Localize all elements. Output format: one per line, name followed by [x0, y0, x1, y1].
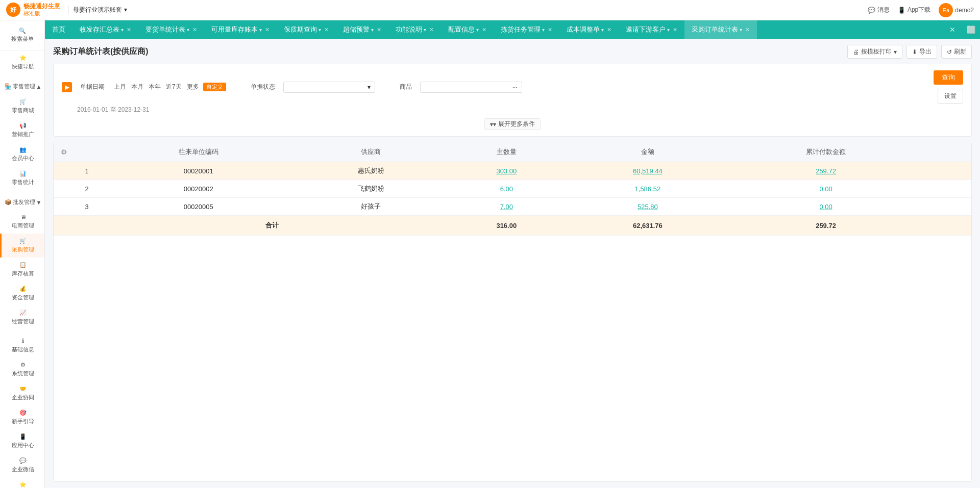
table-row[interactable]: 3 00020005 好孩子 7.00 525.80 0.00 — [54, 198, 971, 216]
nav-item-7[interactable]: 拣货任务管理 ▾ ✕ — [494, 20, 559, 39]
sidebar-item-collab[interactable]: 🤝 企业协同 — [0, 381, 44, 405]
paid-link-2[interactable]: 0.00 — [819, 185, 832, 193]
sidebar-item-retail-mall[interactable]: 🛒 零售商城 — [0, 94, 44, 118]
appcenter-label: 应用中心 — [12, 442, 34, 449]
query-btn[interactable]: 查询 — [934, 70, 963, 85]
shortcut-last-month[interactable]: 上月 — [113, 83, 127, 91]
export-btn[interactable]: ⬇ 导出 — [906, 45, 937, 59]
sidebar-item-appcenter[interactable]: 📱 应用中心 — [0, 429, 44, 453]
print-btn[interactable]: 🖨 按模板打印 ▾ — [847, 45, 902, 59]
table-row[interactable]: 1 00020001 惠氏奶粉 303.00 60,519.44 259.72 — [54, 162, 971, 180]
sidebar-item-ecommerce[interactable]: 🖥 电商管理 — [0, 210, 44, 234]
expand-conditions-btn[interactable]: ▾▾ 展开更多条件 — [484, 118, 541, 130]
shortcut-7days[interactable]: 近7天 — [165, 83, 183, 91]
nav-item-0[interactable]: 收发存汇总表 ▾ ✕ — [72, 20, 138, 39]
nav-item-8[interactable]: 成本调整单 ▾ ✕ — [559, 20, 619, 39]
nav-close-1[interactable]: ✕ — [192, 27, 197, 33]
amount-link-3[interactable]: 525.80 — [638, 203, 658, 211]
td-amount-2[interactable]: 1,586.52 — [568, 180, 727, 198]
app-download-btn[interactable]: 📱 App下载 — [898, 6, 930, 14]
nav-home[interactable]: 首页 — [45, 20, 72, 39]
nav-close-4[interactable]: ✕ — [377, 27, 381, 33]
column-settings-icon[interactable]: ⚙ — [61, 148, 67, 156]
nav-right-controls: ✕ ⬜ — [943, 20, 980, 39]
nav-close-10[interactable]: ✕ — [745, 27, 750, 33]
message-btn[interactable]: 💬 消息 — [868, 6, 890, 14]
td-settings-3 — [54, 198, 74, 216]
sidebar-item-wholesale[interactable]: 📦 批发管理 ▼ — [0, 194, 44, 210]
nav-close-8[interactable]: ✕ — [607, 27, 611, 33]
retail-mgmt-arrow-icon: ▲ — [36, 84, 42, 90]
paid-link-3[interactable]: 0.00 — [819, 203, 832, 211]
qty-link-2[interactable]: 6.00 — [500, 185, 513, 193]
sidebar-item-retail-mgmt[interactable]: 🏪 零售管理 ▲ — [0, 79, 44, 94]
nav-close-6[interactable]: ✕ — [482, 27, 486, 33]
nav-close-5[interactable]: ✕ — [429, 27, 434, 33]
td-paid-1[interactable]: 259.72 — [727, 162, 924, 180]
sidebar-item-inventory[interactable]: 📋 库存核算 — [0, 258, 44, 281]
sidebar-item-basic-info[interactable]: ℹ 基础信息 — [0, 333, 44, 357]
qty-link-3[interactable]: 7.00 — [500, 203, 513, 211]
sidebar-item-member2[interactable]: ⭐ 畅会员 — [0, 477, 44, 488]
refresh-btn[interactable]: ↺ 刷新 — [941, 45, 972, 59]
app-label: App下载 — [908, 6, 930, 14]
paid-link-1[interactable]: 259.72 — [816, 167, 836, 175]
nav-item-3[interactable]: 保质期查询 ▾ ✕ — [277, 20, 336, 39]
amount-link-2[interactable]: 1,586.52 — [635, 185, 661, 193]
qty-link-1[interactable]: 303.00 — [496, 167, 517, 175]
sidebar-item-finance[interactable]: 💰 资金管理 — [0, 281, 44, 305]
page-actions: 🖨 按模板打印 ▾ ⬇ 导出 ↺ 刷新 — [847, 45, 972, 59]
nav-close-3[interactable]: ✕ — [324, 27, 329, 33]
nav-item-9[interactable]: 邀请下游客户 ▾ ✕ — [619, 20, 684, 39]
td-qty-3[interactable]: 7.00 — [445, 198, 568, 216]
nav-item-6[interactable]: 配置信息 ▾ ✕ — [441, 20, 494, 39]
sidebar-item-newuser[interactable]: 🎯 新手引导 — [0, 405, 44, 429]
nav-close-2[interactable]: ✕ — [265, 27, 270, 33]
nav-close-0[interactable]: ✕ — [127, 27, 131, 33]
goods-input[interactable]: ··· — [420, 82, 522, 93]
search-menu-btn[interactable]: 🔍 搜索菜单 — [3, 24, 41, 46]
table-row[interactable]: 2 00020002 飞鹤奶粉 6.00 1,586.52 0.00 — [54, 180, 971, 198]
nav-item-5[interactable]: 功能说明 ▾ ✕ — [388, 20, 441, 39]
logo-subtitle: 标准版 — [23, 10, 60, 17]
sidebar-item-wechat[interactable]: 💬 企业微信 — [0, 453, 44, 477]
filter-toggle-btn[interactable]: ▶ — [62, 82, 72, 92]
td-paid-2[interactable]: 0.00 — [727, 180, 924, 198]
nav-item-2[interactable]: 可用量库存账本 ▾ ✕ — [204, 20, 277, 39]
operations-label: 经营管理 — [12, 318, 34, 325]
settings-btn[interactable]: 设置 — [938, 89, 963, 104]
nav-item-4[interactable]: 超储预警 ▾ ✕ — [336, 20, 388, 39]
nav-close-9[interactable]: ✕ — [673, 27, 677, 33]
td-amount-1[interactable]: 60,519.44 — [568, 162, 727, 180]
table-footer: 合计 316.00 62,631.76 259.72 — [54, 216, 971, 236]
nav-maximize-btn[interactable]: ⬜ — [962, 20, 980, 39]
sidebar-item-quicknav[interactable]: ⭐ 快捷导航 — [0, 50, 44, 74]
td-code-2: 00020002 — [100, 180, 297, 198]
sidebar-item-system[interactable]: ⚙ 系统管理 — [0, 357, 44, 381]
nav-close-7[interactable]: ✕ — [548, 27, 552, 33]
sidebar-item-marketing[interactable]: 📢 营销推广 — [0, 118, 44, 142]
nav-item-10[interactable]: 采购订单统计表 ▾ ✕ — [684, 20, 757, 39]
workspace-selector[interactable]: 母婴行业演示账套 ▾ — [68, 6, 131, 14]
td-supplier-1: 惠氏奶粉 — [297, 162, 445, 180]
custom-date-badge[interactable]: 自定义 — [203, 83, 226, 91]
nav-close-all-btn[interactable]: ✕ — [943, 20, 962, 39]
td-qty-1[interactable]: 303.00 — [445, 162, 568, 180]
user-area[interactable]: Ea demo2 — [939, 3, 974, 17]
td-amount-3[interactable]: 525.80 — [568, 198, 727, 216]
status-select[interactable]: ▾ — [283, 82, 375, 93]
sidebar-item-purchase[interactable]: 🛒 采购管理 — [0, 234, 44, 258]
td-paid-3[interactable]: 0.00 — [727, 198, 924, 216]
sidebar-item-member[interactable]: 👥 会员中心 — [0, 142, 44, 166]
shortcut-this-year[interactable]: 本年 — [148, 83, 162, 91]
member2-icon: ⭐ — [19, 481, 27, 488]
nav-item-1[interactable]: 要货单统计表 ▾ ✕ — [138, 20, 204, 39]
amount-link-1[interactable]: 60,519.44 — [633, 167, 663, 175]
shortcut-more[interactable]: 更多 — [186, 83, 200, 91]
td-qty-2[interactable]: 6.00 — [445, 180, 568, 198]
th-settings[interactable]: ⚙ — [54, 142, 74, 162]
logo-area: 好 畅捷通好生意 标准版 — [6, 3, 60, 17]
sidebar-item-retail-stats[interactable]: 📊 零售统计 — [0, 166, 44, 190]
sidebar-item-operations[interactable]: 📈 经营管理 — [0, 305, 44, 329]
shortcut-this-month[interactable]: 本月 — [130, 83, 144, 91]
